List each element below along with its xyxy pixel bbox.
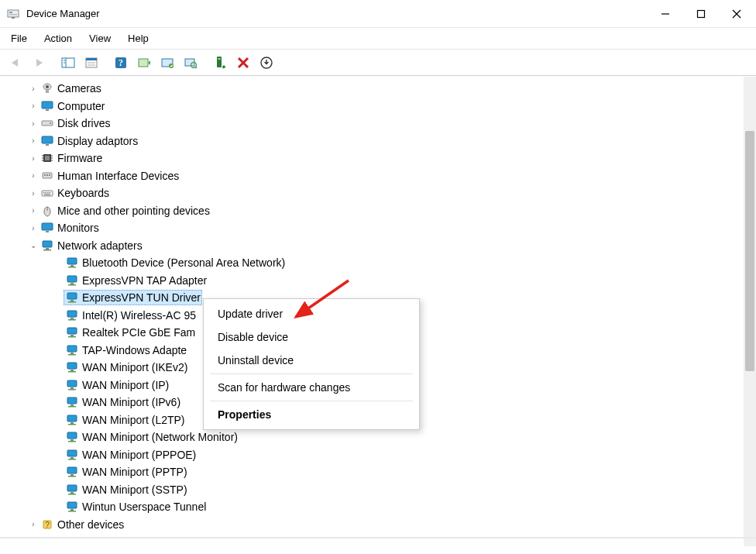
device-row[interactable]: WAN Miniport (Network Monitor)	[9, 428, 756, 446]
svg-rect-95	[70, 439, 74, 441]
vertical-scrollbar[interactable]	[744, 77, 756, 546]
device-label: WAN Miniport (IP)	[82, 379, 169, 391]
disk-icon	[40, 116, 54, 130]
svg-rect-98	[70, 457, 74, 459]
chevron-right-icon[interactable]: ›	[28, 119, 39, 128]
category-row[interactable]: ⌄Network adapters	[9, 237, 756, 255]
device-row[interactable]: WAN Miniport (PPPOE)	[9, 446, 756, 464]
action2-button[interactable]	[156, 52, 178, 74]
svg-rect-72	[68, 301, 76, 303]
context-menu-item[interactable]: Scan for hardware changes	[204, 376, 419, 399]
scrollbar-thumb[interactable]	[745, 131, 754, 371]
category-row[interactable]: ›Cameras	[9, 80, 756, 98]
help-button[interactable]: ?	[110, 52, 132, 74]
svg-rect-48	[44, 174, 46, 176]
device-row[interactable]: WAN Miniport (PPTP)	[9, 463, 756, 481]
chevron-down-icon[interactable]: ⌄	[28, 241, 39, 249]
network-adapter-icon	[65, 483, 79, 497]
maximize-button[interactable]	[683, 2, 719, 26]
svg-rect-106	[67, 502, 77, 508]
device-row[interactable]: Wintun Userspace Tunnel	[9, 498, 756, 516]
chevron-right-icon[interactable]: ›	[28, 102, 39, 110]
uninstall-button[interactable]	[256, 52, 277, 74]
device-row[interactable]: ExpressVPN TAP Adapter	[9, 272, 756, 290]
category-row[interactable]: ›?Other devices	[9, 516, 756, 534]
chevron-right-icon[interactable]: ›	[28, 189, 39, 198]
svg-rect-86	[70, 387, 74, 389]
menu-help[interactable]: Help	[120, 29, 156, 47]
chevron-right-icon[interactable]: ›	[28, 136, 39, 145]
spacer	[53, 503, 64, 511]
svg-rect-108	[68, 511, 76, 512]
category-row[interactable]: ›Firmware	[9, 150, 756, 167]
chevron-right-icon[interactable]: ›	[28, 224, 39, 232]
device-label: TAP-Windows Adapte	[82, 344, 187, 356]
category-row[interactable]: ›Monitors	[9, 219, 756, 237]
svg-rect-69	[68, 284, 76, 286]
svg-rect-52	[43, 192, 45, 194]
menu-action[interactable]: Action	[36, 29, 80, 47]
back-button[interactable]	[5, 52, 26, 74]
device-label: WAN Miniport (PPTP)	[82, 466, 187, 478]
close-button[interactable]	[719, 2, 754, 26]
menu-file[interactable]: File	[3, 29, 35, 47]
camera-icon	[40, 81, 54, 95]
svg-rect-49	[46, 174, 48, 176]
context-menu-item[interactable]: Uninstall device	[204, 349, 419, 372]
category-label: Human Interface Devices	[57, 170, 179, 182]
category-row[interactable]: ›Keyboards	[9, 184, 756, 202]
svg-rect-25	[218, 58, 221, 60]
category-label: Other devices	[57, 518, 124, 531]
network-adapter-icon	[65, 343, 79, 357]
device-label: WAN Miniport (PPPOE)	[82, 449, 196, 461]
svg-rect-54	[47, 192, 49, 194]
show-tree-button[interactable]	[57, 52, 79, 74]
svg-rect-50	[49, 174, 50, 176]
action1-button[interactable]	[133, 52, 155, 74]
svg-rect-76	[67, 328, 77, 334]
forward-button[interactable]	[28, 52, 50, 74]
device-label: ExpressVPN TUN Driver	[82, 291, 201, 304]
network-adapter-icon	[65, 291, 79, 305]
category-row[interactable]: ›Display adaptors	[9, 132, 756, 150]
category-row[interactable]: ›Computer	[9, 98, 756, 115]
category-label: Mice and other pointing devices	[57, 205, 210, 217]
category-label: Network adapters	[57, 239, 143, 252]
svg-rect-77	[70, 335, 74, 336]
properties-button[interactable]	[81, 52, 102, 74]
chevron-right-icon[interactable]: ›	[28, 520, 39, 528]
minimize-button[interactable]	[648, 2, 683, 26]
svg-line-23	[195, 67, 197, 68]
chevron-right-icon[interactable]: ›	[28, 154, 39, 163]
selected-device[interactable]: ExpressVPN TUN Driver	[64, 290, 202, 305]
spacer	[53, 398, 64, 407]
spacer	[53, 380, 64, 389]
chevron-right-icon[interactable]: ›	[28, 84, 39, 93]
context-menu-item[interactable]: Disable device	[204, 325, 419, 349]
spacer	[53, 433, 64, 442]
spacer	[53, 450, 64, 459]
menu-view[interactable]: View	[81, 29, 119, 47]
context-menu-item[interactable]: Update driver	[204, 302, 419, 325]
titlebar: Device Manager	[0, 0, 756, 28]
svg-rect-13	[86, 58, 97, 60]
add-device-button[interactable]	[209, 52, 231, 74]
mouse-icon	[40, 204, 54, 218]
scan-button[interactable]	[180, 52, 201, 74]
svg-rect-55	[50, 192, 51, 194]
device-row[interactable]: Bluetooth Device (Personal Area Network)	[9, 254, 756, 272]
device-tree-pane: ›Cameras›Computer›Disk drives›Display ad…	[0, 76, 756, 546]
category-row[interactable]: ›Human Interface Devices	[9, 167, 756, 185]
category-row[interactable]: ›Disk drives	[9, 115, 756, 132]
svg-rect-59	[42, 223, 53, 230]
context-menu-item[interactable]: Properties	[204, 403, 419, 426]
network-adapter-icon	[65, 256, 79, 270]
chevron-right-icon[interactable]: ›	[28, 206, 39, 215]
category-row[interactable]: ›Mice and other pointing devices	[9, 202, 756, 220]
device-row[interactable]: WAN Miniport (SSTP)	[9, 481, 756, 499]
remove-button[interactable]	[232, 52, 254, 74]
svg-rect-93	[68, 424, 76, 425]
svg-point-36	[50, 122, 51, 124]
chevron-right-icon[interactable]: ›	[28, 171, 39, 180]
device-label: Wintun Userspace Tunnel	[82, 501, 206, 513]
